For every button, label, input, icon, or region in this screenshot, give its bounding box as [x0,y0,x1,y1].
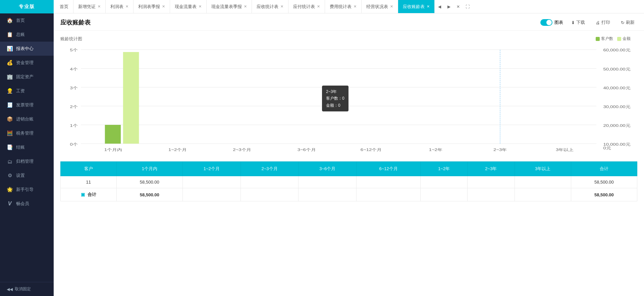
print-button[interactable]: 🖨 打印 [593,18,613,27]
sidebar-item-home[interactable]: 🏠 首页 [0,13,54,28]
sidebar-item-archive[interactable]: 🗂 归档管理 [0,154,54,168]
cell-y12 [421,176,468,188]
tab-home[interactable]: 首页 [55,0,73,13]
tab-expense-stats-close[interactable]: ✕ [354,4,357,9]
total-text: 合计 [88,192,96,197]
tab-profit[interactable]: 利润表 ✕ [106,0,133,13]
tab-ap-stats-label: 应付统计表 [293,4,315,10]
archive-icon: 🗂 [7,159,13,164]
sidebar-item-tax[interactable]: 🧮 税务管理 [0,126,54,140]
tab-ap-stats-close[interactable]: ✕ [317,4,320,9]
legend-amount: 金额 [617,36,631,42]
download-label: 下载 [576,19,585,26]
tab-expense-stats[interactable]: 费用统计表 ✕ [325,0,362,13]
tab-ar-stats-label: 应收统计表 [257,4,278,10]
table-header-row: 客户 1个月内 1~2个月 2~3个月 3~6个月 6~12个月 1~2年 2~… [61,162,637,176]
total-y12 [421,188,468,201]
svg-text:1~2个月: 1~2个月 [168,148,187,152]
tab-expand[interactable]: ⛶ [463,2,472,11]
svg-text:3~6个月: 3~6个月 [298,148,316,152]
sidebar-label-ledger: 总账 [16,32,25,38]
svg-text:40,000.00元: 40,000.00元 [603,86,630,90]
sidebar-item-sales[interactable]: 📦 进销台账 [0,112,54,126]
tab-ar-stats[interactable]: 应收统计表 ✕ [252,0,288,13]
th-y12: 1~2年 [421,162,468,176]
sales-icon: 📦 [7,116,13,122]
svg-text:0元: 0元 [603,146,611,150]
tab-ap-stats[interactable]: 应付统计表 ✕ [288,0,325,13]
sidebar-item-reports[interactable]: 📊 报表中心 [0,42,54,56]
tab-profit-close[interactable]: ✕ [125,4,128,9]
legend-amount-dot [617,37,621,41]
tab-voucher-close[interactable]: ✕ [98,4,101,9]
total-total: 58,500.00 [571,188,637,201]
sidebar-item-funds[interactable]: 💰 资金管理 [0,56,54,70]
sidebar-label-archive: 归档管理 [16,158,34,164]
tab-ar-stats-close[interactable]: ✕ [280,4,283,9]
tab-business-status-close[interactable]: ✕ [390,4,393,9]
sidebar-label-assets: 固定资产 [16,74,34,80]
refresh-button[interactable]: ↻ 刷新 [618,18,637,27]
sidebar-label-tax: 税务管理 [16,130,34,136]
cell-m612 [357,176,421,188]
tab-voucher[interactable]: 新增凭证 ✕ [73,0,106,13]
tab-cashflow-close[interactable]: ✕ [199,4,202,9]
sidebar-label-settle: 结账 [16,144,25,150]
sidebar-item-invoice[interactable]: 🧾 发票管理 [0,98,54,112]
guide-icon: 🌟 [7,187,13,193]
tab-close-all[interactable]: ✕ [453,2,463,11]
pin-label: 取消固定 [15,286,31,292]
sidebar-label-payroll: 工资 [16,88,25,94]
th-y23: 2~3年 [468,162,515,176]
sidebar-item-settle[interactable]: 📑 结账 [0,140,54,154]
total-m1: 58,500.00 [116,188,182,201]
print-icon: 🖨 [596,20,600,25]
sidebar-item-ledger[interactable]: 📋 总账 [0,28,54,42]
sidebar-item-member[interactable]: V 畅会员 [0,197,54,211]
sidebar-label-guide: 新手引导 [16,187,34,193]
main-area: 首页 新增凭证 ✕ 利润表 ✕ 利润表季报 ✕ 现金流量表 ✕ 现金流量表季报 … [54,0,644,296]
tab-cashflow-quarter[interactable]: 现金流量表季报 ✕ [207,0,252,13]
tab-home-label: 首页 [60,4,68,10]
sidebar-label-funds: 资金管理 [16,60,34,66]
payroll-icon: 👷 [7,88,13,94]
tab-business-status-label: 经营状况表 [366,4,388,10]
tab-profit-quarter-close[interactable]: ✕ [162,4,165,9]
tab-voucher-label: 新增凭证 [78,4,96,10]
bar-customers-1 [105,125,121,144]
legend-customers-dot [596,37,600,41]
tab-ar-aging[interactable]: 应收账龄表 ✕ [398,0,435,13]
tab-profit-quarter[interactable]: 利润表季报 ✕ [133,0,170,13]
sidebar-item-assets[interactable]: 🏢 固定资产 [0,70,54,84]
total-over3 [515,188,571,201]
chart-toggle-switch[interactable]: 图表 [540,19,563,26]
refresh-label: 刷新 [626,19,635,26]
sidebar-item-guide[interactable]: 🌟 新手引导 [0,183,54,197]
tab-business-status[interactable]: 经营状况表 ✕ [362,0,398,13]
settle-icon: 📑 [7,144,13,150]
member-icon: V [7,201,13,207]
svg-text:2~3个月: 2~3个月 [233,148,251,152]
funds-icon: 💰 [7,60,13,66]
download-button[interactable]: ⬇ 下载 [569,18,588,27]
chart-svg: 5个 4个 3个 2个 1个 0个 60,000.00元 50,000.00元 [60,45,637,156]
th-customer: 客户 [61,162,117,176]
tab-cashflow[interactable]: 现金流量表 ✕ [170,0,207,13]
tab-cashflow-quarter-close[interactable]: ✕ [244,4,247,9]
sidebar-item-settings[interactable]: ⚙ 设置 [0,168,54,183]
tab-profit-quarter-label: 利润表季报 [138,4,160,10]
total-m612 [357,188,421,201]
tab-ar-aging-close[interactable]: ✕ [427,4,430,9]
svg-text:1个月内: 1个月内 [104,148,122,152]
legend-customers: 客户数 [596,36,613,42]
print-label: 打印 [601,19,610,26]
tab-nav-left[interactable]: ◀ [435,2,444,11]
invoice-icon: 🧾 [7,102,13,108]
cell-m12 [182,176,240,188]
sidebar-label-sales: 进销台账 [16,116,34,122]
sidebar-item-payroll[interactable]: 👷 工资 [0,84,54,98]
tab-nav-right[interactable]: ▶ [444,2,453,11]
app-logo: 专业版 [0,0,54,13]
sidebar-pin-toggle[interactable]: ◀◀ 取消固定 [0,282,54,296]
chart-toggle[interactable] [540,19,552,26]
